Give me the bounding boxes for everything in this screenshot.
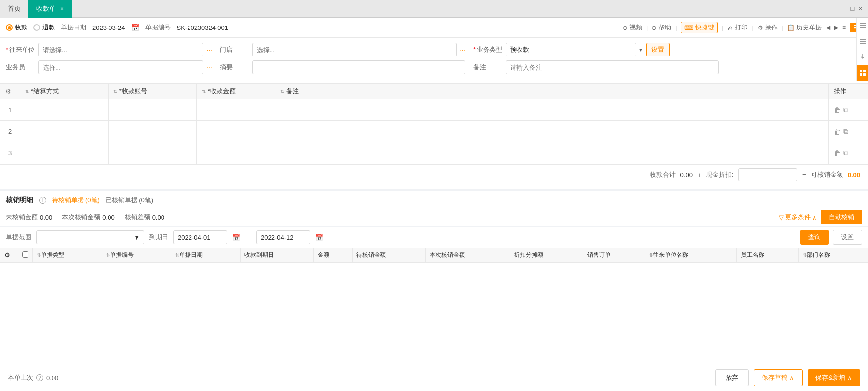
bottom-table-section[interactable]: ⚙ ⇅单据类型 ⇅单据编号 ⇅单据日期 <box>0 248 868 364</box>
sidebar-icon-table[interactable] <box>857 18 868 33</box>
bottom-gear-icon[interactable]: ⚙ <box>4 251 10 259</box>
diff-stat: 核销差额 0.00 <box>125 213 164 222</box>
bottom-settings-col[interactable]: ⚙ <box>0 248 18 263</box>
sort-icon-1[interactable]: ⇅ <box>25 89 29 94</box>
help-btn[interactable]: ⊙ 帮助 <box>651 23 671 32</box>
print-btn[interactable]: 🖨 打印 <box>727 23 748 32</box>
business-type-input[interactable] <box>506 43 636 56</box>
sidebar-icon-list[interactable] <box>857 33 868 49</box>
footer-info-icon[interactable]: ? <box>36 374 43 381</box>
summary-input[interactable] <box>252 60 465 74</box>
remark-1[interactable] <box>275 99 829 121</box>
delete-icon-1[interactable]: 🗑 <box>834 106 841 114</box>
delete-icon-3[interactable]: 🗑 <box>834 149 841 157</box>
list-view-btn[interactable]: ≡ <box>842 24 846 31</box>
settlement-1[interactable] <box>20 99 108 121</box>
business-type-arrow[interactable]: ▼ <box>638 47 643 53</box>
counterpart-field: 往来单位 ··· <box>6 43 212 56</box>
video-btn[interactable]: ⊙ 视频 <box>623 23 642 32</box>
summary-row: 收款合计 0.00 + 现金折扣: = 可核销金额 0.00 <box>0 164 868 185</box>
sort-dept[interactable]: ⇅ <box>803 252 807 258</box>
table-setting-btn[interactable]: 设置 <box>833 230 862 245</box>
sort-icon-3[interactable]: ⇅ <box>202 89 206 94</box>
setting-btn[interactable]: 设置 <box>646 43 670 56</box>
tab-done[interactable]: 已核销单据 (0笔) <box>106 196 153 205</box>
radio-shoukuan[interactable]: 收款 <box>6 23 27 32</box>
date-to-icon[interactable]: 📅 <box>315 234 323 241</box>
select-all-checkbox[interactable] <box>22 251 28 258</box>
tab-current[interactable]: 收款单 × <box>28 0 72 18</box>
sort-doc-date[interactable]: ⇅ <box>175 252 179 258</box>
amount-2[interactable] <box>197 121 275 142</box>
maximize-icon[interactable]: □ <box>851 5 855 12</box>
save-label: 保存&新增 <box>815 373 845 382</box>
more-conditions-label: 更多条件 <box>785 213 811 222</box>
sort-doc-type[interactable]: ⇅ <box>37 252 41 258</box>
calendar-icon[interactable]: 📅 <box>131 24 139 31</box>
discount-input[interactable] <box>738 168 797 181</box>
copy-icon-3[interactable]: ⧉ <box>843 149 848 157</box>
date-from-input[interactable] <box>173 230 227 244</box>
store-input[interactable] <box>252 43 457 56</box>
operation-btn[interactable]: ⚙ 操作 <box>758 23 778 32</box>
col-amount-label: *收款金额 <box>208 87 236 95</box>
store-more-icon[interactable]: ··· <box>460 46 465 54</box>
radio-tuikuan[interactable]: 退款 <box>33 23 55 32</box>
settings-gear-icon[interactable]: ⚙ <box>5 88 11 95</box>
remark-input[interactable] <box>506 60 719 74</box>
writeoff-info-icon[interactable]: i <box>39 197 46 204</box>
sort-icon-4[interactable]: ⇅ <box>280 89 284 94</box>
unverified-value: 0.00 <box>40 214 52 221</box>
last-label: 本单上次 <box>8 373 33 382</box>
more-conditions-arrow: ∧ <box>812 214 817 221</box>
auto-writeoff-btn[interactable]: 自动核销 <box>821 210 862 224</box>
next-btn[interactable]: ▶ <box>834 24 839 31</box>
col-settings-header[interactable]: ⚙ <box>0 84 20 99</box>
remark-2[interactable] <box>275 121 829 142</box>
counterpart-input[interactable] <box>38 43 203 56</box>
query-btn[interactable]: 查询 <box>800 230 829 245</box>
row-actions-3: 🗑 ⧉ <box>834 149 863 157</box>
save-btn[interactable]: 保存&新增 ∧ <box>808 369 860 386</box>
tab-close-icon[interactable]: × <box>60 5 64 12</box>
settlement-2[interactable] <box>20 121 108 142</box>
date-value: 2023-03-24 <box>92 24 125 31</box>
sort-counterpart[interactable]: ⇅ <box>649 252 653 258</box>
account-3[interactable] <box>108 142 197 164</box>
amount-3[interactable] <box>197 142 275 164</box>
tab-pending[interactable]: 待核销单据 (0笔) <box>52 196 100 205</box>
sidebar-icon-attachment[interactable] <box>857 49 868 65</box>
sort-doc-num[interactable]: ⇅ <box>106 252 110 258</box>
delete-icon-2[interactable]: 🗑 <box>834 128 841 136</box>
remark-3[interactable] <box>275 142 829 164</box>
action-2: 🗑 ⧉ <box>829 121 868 142</box>
tab-home[interactable]: 首页 <box>0 0 28 18</box>
more-conditions-btn[interactable]: ▽ 更多条件 ∧ <box>779 213 817 222</box>
bottom-table: ⚙ ⇅单据类型 ⇅单据编号 ⇅单据日期 <box>0 248 868 263</box>
counterpart-more-icon[interactable]: ··· <box>206 46 212 54</box>
staff-input[interactable] <box>38 60 203 74</box>
staff-more-icon[interactable]: ··· <box>206 63 212 71</box>
sort-icon-2[interactable]: ⇅ <box>113 89 117 94</box>
draft-btn[interactable]: 保存草稿 ∧ <box>754 369 803 386</box>
col-account-label: *收款账号 <box>119 87 147 95</box>
main-content: 收款 退款 单据日期 2023-03-24 📅 单据编号 SK-20230324… <box>0 18 868 391</box>
account-2[interactable] <box>108 121 197 142</box>
store-field: 门店 ··· <box>220 43 465 56</box>
date-to-input[interactable] <box>256 230 310 244</box>
discard-btn[interactable]: 放弃 <box>715 369 749 386</box>
range-select[interactable]: ▼ <box>36 230 144 244</box>
close-icon[interactable]: × <box>858 5 862 12</box>
account-1[interactable] <box>108 99 197 121</box>
settlement-3[interactable] <box>20 142 108 164</box>
bottom-checkbox-col[interactable] <box>18 248 33 263</box>
history-btn[interactable]: 📋 历史单据 <box>787 23 822 32</box>
prev-btn[interactable]: ◀ <box>826 24 830 31</box>
copy-icon-1[interactable]: ⧉ <box>843 106 848 114</box>
sidebar-icon-active[interactable] <box>857 65 868 81</box>
minimize-icon[interactable]: — <box>841 5 847 12</box>
date-from-icon[interactable]: 📅 <box>232 234 240 241</box>
amount-1[interactable] <box>197 99 275 121</box>
shortcut-btn[interactable]: ⌨ 快捷键 <box>681 22 718 33</box>
copy-icon-2[interactable]: ⧉ <box>843 127 848 136</box>
